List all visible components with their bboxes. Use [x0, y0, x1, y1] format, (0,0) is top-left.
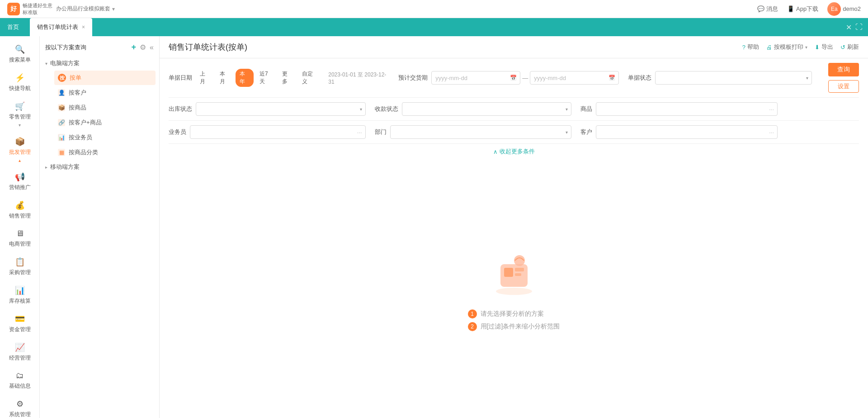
status-select[interactable] [655, 71, 812, 85]
settings-button[interactable]: 设置 [828, 80, 859, 93]
top-bar: 好 畅捷通好生意 标准版 办公用品行业模拟账套 ▾ 💬 消息 📱 App下载 E… [0, 0, 868, 18]
step-2-icon: 2 [468, 322, 477, 331]
tab-bar-right: ✕ ⛶ [846, 23, 868, 32]
query-button[interactable]: 查询 [828, 63, 859, 76]
breadcrumb-dropdown-icon[interactable]: ▾ [112, 6, 115, 12]
help-action[interactable]: ? 帮助 [742, 43, 759, 51]
date-tab-this-month[interactable]: 本月 [216, 69, 234, 87]
scheme-item-by-salesperson[interactable]: 📊 按业务员 [54, 130, 156, 145]
date-tab-custom[interactable]: 自定义 [298, 69, 321, 87]
salesperson-more-icon[interactable]: ··· [357, 129, 362, 136]
department-label: 部门 [375, 128, 387, 136]
user-action[interactable]: Ea demo2 [827, 2, 861, 16]
settings-scheme-button[interactable]: ⚙ [140, 43, 146, 52]
logo-box: 好 畅捷通好生意 标准版 [7, 2, 52, 15]
scheme-item-by-category[interactable]: ▦ 按商品分类 [54, 145, 156, 160]
customer-more-icon[interactable]: ··· [769, 129, 774, 136]
payment-status-label: 收款状态 [375, 105, 398, 113]
sidebar-item-sales[interactable]: 💰 销售管理 [0, 196, 39, 224]
step-1-icon: 1 [468, 309, 477, 318]
date-range-info: 2023-01-01 至 2023-12-31 [328, 71, 389, 85]
date-tab-more[interactable]: 更多 [278, 69, 296, 87]
goods-label: 商品 [580, 105, 592, 113]
date-label: 单据日期 [169, 74, 192, 82]
inventory-icon: 📊 [15, 285, 25, 295]
filter-row-1: 单据日期 上月 本月 本年 近7天 更多 自定义 2023-01-01 至 20… [169, 58, 859, 98]
tab-active[interactable]: 销售订单统计表 × [30, 18, 92, 36]
app-download-action[interactable]: 📱 App下载 [787, 5, 818, 13]
sidebar-item-retail[interactable]: 🛒 零售管理 ▾ [0, 97, 39, 132]
delivery-select-wrap: ▾ [196, 102, 366, 116]
empty-state: 1 请先选择要分析的方案 2 用[过滤]条件来缩小分析范围 [160, 159, 868, 418]
mobile-group-arrow-icon: ▸ [45, 165, 47, 170]
delivery-status-select[interactable] [196, 102, 366, 116]
tab-home[interactable]: 首页 [0, 18, 26, 36]
scheme-group-mobile-header[interactable]: ▸ 移动端方案 [40, 160, 159, 174]
ecommerce-icon: 🖥 [16, 229, 24, 238]
payment-select-wrap: ▾ [402, 102, 572, 116]
refresh-action[interactable]: ↺ 刷新 [840, 43, 859, 51]
forecast-date-end[interactable] [530, 71, 619, 85]
scheme-group-pc-header[interactable]: ▾ 电脑端方案 [40, 57, 159, 70]
customer-input[interactable] [596, 125, 778, 139]
operations-icon: 📈 [15, 342, 25, 352]
scheme-item-by-customer-product[interactable]: 🔗 按客户+商品 [54, 115, 156, 130]
sidebar-item-system[interactable]: ⚙ 系统管理 [0, 394, 39, 418]
salesperson-input[interactable] [190, 125, 366, 139]
sidebar-item-search[interactable]: 🔍 搜索菜单 [0, 40, 39, 68]
scheme-item-by-product[interactable]: 📦 按商品 [54, 100, 156, 115]
date-tab-7days[interactable]: 近7天 [255, 69, 276, 87]
sidebar-item-basic[interactable]: 🗂 基础信息 [0, 366, 39, 394]
sidebar-item-wholesale[interactable]: 📦 批发管理 ▴ [0, 132, 39, 167]
left-panel: 按以下方案查询 + ⚙ « ▾ 电脑端方案 [40, 36, 160, 418]
content-area: 按以下方案查询 + ⚙ « ▾ 电脑端方案 [40, 36, 868, 418]
by-customer-product-icon: 🔗 [58, 119, 65, 126]
scheme-item-by-customer[interactable]: 👤 按客户 [54, 86, 156, 100]
filter-section: 单据日期 上月 本月 本年 近7天 更多 自定义 2023-01-01 至 20… [160, 58, 868, 159]
scheme-item-by-order[interactable]: 按 按单 [54, 71, 156, 85]
collapse-panel-button[interactable]: « [150, 43, 154, 52]
filter-cell-status: 单据状态 ▾ [628, 71, 821, 85]
forecast-date-label: 预计交货期 [398, 74, 428, 82]
date-tab-last-month[interactable]: 上月 [196, 69, 214, 87]
collapse-bar[interactable]: ∧ 收起更多条件 [169, 144, 859, 159]
status-label: 单据状态 [628, 74, 651, 82]
payment-status-select[interactable] [402, 102, 572, 116]
department-select[interactable] [390, 125, 572, 139]
left-panel-title: 按以下方案查询 [45, 43, 86, 52]
filter-cell-goods: 商品 ··· [580, 102, 787, 116]
main-layout: 🔍 搜索菜单 ⚡ 快捷导航 🛒 零售管理 ▾ 📦 批发管理 ▴ 📢 营销推广 💰… [0, 36, 868, 418]
sidebar-item-quicknav[interactable]: ⚡ 快捷导航 [0, 68, 39, 97]
by-category-icon: ▦ [58, 149, 65, 156]
sidebar-item-finance[interactable]: 💳 资金管理 [0, 309, 39, 338]
filter-cell-delivery: 出库状态 ▾ [169, 102, 375, 116]
empty-steps: 1 请先选择要分析的方案 2 用[过滤]条件来缩小分析范围 [468, 309, 560, 331]
goods-more-icon[interactable]: ··· [769, 106, 774, 113]
export-action[interactable]: ⬇ 导出 [815, 43, 833, 51]
sidebar-item-inventory[interactable]: 📊 库存核算 [0, 281, 39, 309]
add-scheme-button[interactable]: + [132, 43, 137, 52]
filter-row-3: 业务员 ··· 部门 ▾ [169, 121, 859, 144]
message-action[interactable]: 💬 消息 [757, 5, 778, 13]
sidebar-item-marketing[interactable]: 📢 营销推广 [0, 167, 39, 196]
quicknav-icon: ⚡ [15, 73, 25, 83]
sidebar-item-ecommerce[interactable]: 🖥 电商管理 [0, 224, 39, 252]
department-select-wrap: ▾ [390, 125, 572, 139]
message-icon: 💬 [757, 5, 764, 12]
scheme-group-mobile: ▸ 移动端方案 [40, 160, 159, 174]
sidebar-item-operations[interactable]: 📈 经营管理 [0, 338, 39, 366]
goods-input[interactable] [596, 102, 778, 116]
tab-close-all-icon[interactable]: ✕ [846, 23, 852, 32]
tab-close-button[interactable]: × [82, 24, 85, 30]
tab-expand-icon[interactable]: ⛶ [855, 23, 863, 31]
svg-point-0 [496, 288, 532, 295]
customer-label: 客户 [580, 128, 592, 136]
sidebar-item-purchase[interactable]: 📋 采购管理 [0, 252, 39, 281]
print-action[interactable]: 🖨 按模板打印 ▾ [766, 43, 807, 51]
by-salesperson-icon: 📊 [58, 134, 65, 141]
system-icon: ⚙ [16, 399, 24, 409]
filter-cell-department: 部门 ▾ [375, 125, 581, 139]
sidebar: 🔍 搜索菜单 ⚡ 快捷导航 🛒 零售管理 ▾ 📦 批发管理 ▴ 📢 营销推广 💰… [0, 36, 40, 418]
date-tab-this-year[interactable]: 本年 [236, 69, 254, 87]
forecast-date-start[interactable] [431, 71, 520, 85]
